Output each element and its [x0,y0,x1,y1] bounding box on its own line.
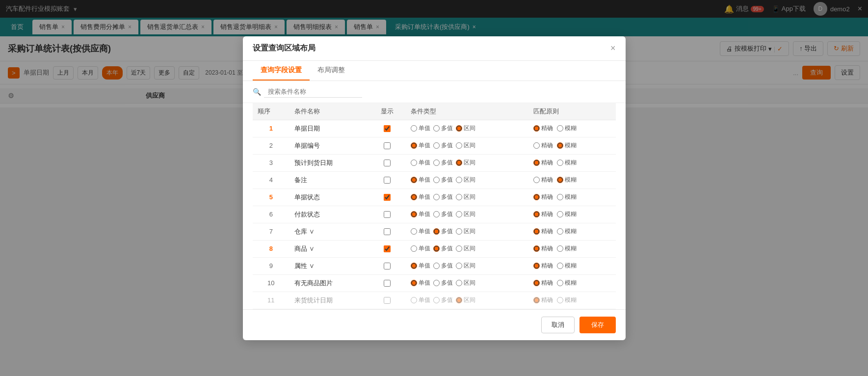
modal-overlay: 设置查询区域布局 × 查询字段设置 布局调整 🔍 顺序 条件名称 显示 条件类型 [0,0,868,107]
search-icon: 🔍 [253,88,261,96]
modal-search-bar: 🔍 [243,81,626,103]
modal-close-button[interactable]: × [610,43,616,54]
tab-query-fields[interactable]: 查询字段设置 [253,61,310,81]
col-header-order: 顺序 [253,103,290,108]
modal-dialog: 设置查询区域布局 × 查询字段设置 布局调整 🔍 顺序 条件名称 显示 条件类型 [243,36,626,108]
col-header-match: 匹配原则 [528,103,616,108]
tab-layout-adjust[interactable]: 布局调整 [310,61,353,81]
modal-table-wrap: 顺序 条件名称 显示 条件类型 匹配原则 1单据日期单值多值区间精确模糊2单据编… [243,103,626,108]
search-input[interactable] [264,86,362,98]
col-header-display: 显示 [368,103,406,108]
modal-tabs: 查询字段设置 布局调整 [243,61,626,81]
conditions-table: 顺序 条件名称 显示 条件类型 匹配原则 1单据日期单值多值区间精确模糊2单据编… [253,103,616,108]
modal-header: 设置查询区域布局 × [243,36,626,61]
col-header-type: 条件类型 [406,103,528,108]
col-header-name: 条件名称 [289,103,368,108]
modal-title: 设置查询区域布局 [253,43,316,54]
